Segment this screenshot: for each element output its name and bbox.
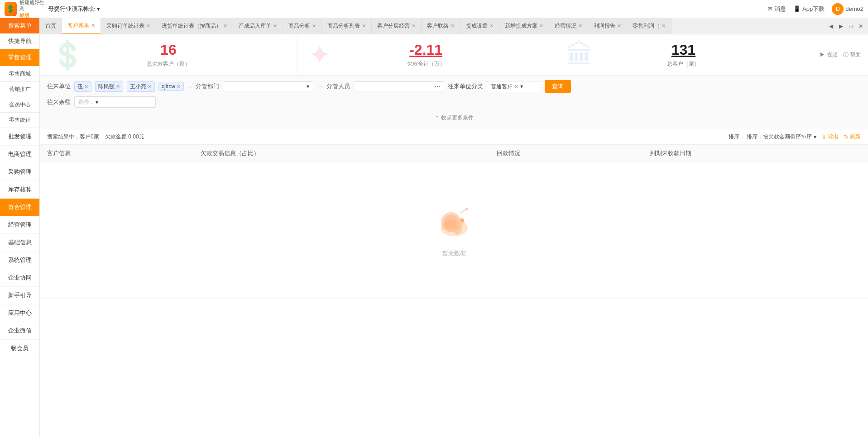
balance-filter-label: 往来余额: [47, 98, 71, 106]
tab-operation-status[interactable]: 经营情况 ✕: [549, 18, 588, 34]
filter-tag-wu[interactable]: 伍 ✕: [74, 81, 91, 92]
sidebar-item-finance[interactable]: 资金管理: [0, 199, 39, 216]
tab-remind-settings[interactable]: 提成设置 ✕: [460, 18, 499, 34]
sidebar-item-retail-shop[interactable]: 零售商城: [0, 66, 39, 82]
tab-close-retail-profit[interactable]: ✕: [662, 23, 666, 29]
tab-close-purchase-order[interactable]: ✕: [146, 23, 150, 29]
filter-tag-wang[interactable]: 王小亮 ✕: [127, 81, 155, 92]
person-select[interactable]: ⋯: [354, 81, 444, 91]
top-bar-left: 💲 畅捷通好生意 标版 母婴行业演示帐套 ▾: [5, 0, 100, 19]
sidebar-item-member[interactable]: 会员中心: [0, 97, 39, 113]
sidebar-item-newuser[interactable]: 新手引导: [0, 287, 39, 304]
stat-label-total: 总客户（家）: [667, 60, 700, 68]
stat-icon-coin: 💲: [51, 39, 85, 71]
tab-inbound-stats[interactable]: 进货单统计表（按商品） ✕: [156, 18, 233, 34]
tab-close-remind-settings[interactable]: ✕: [489, 23, 494, 29]
video-help-link[interactable]: ▶ 视频: [820, 51, 837, 59]
tab-product-inbound[interactable]: 产成品入库单 ✕: [233, 18, 283, 34]
tab-close-goods-analysis-list[interactable]: ✕: [362, 23, 366, 29]
collapse-button[interactable]: ⌃ 收起更多条件: [47, 111, 861, 124]
dept-search-icon[interactable]: ⋯: [317, 83, 323, 90]
tab-goods-analysis-list[interactable]: 商品分析列表 ✕: [322, 18, 372, 34]
tab-close-operation-status[interactable]: ✕: [578, 23, 582, 29]
logo-area: 💲 畅捷通好生意 标版: [5, 0, 44, 19]
tab-close-product-inbound[interactable]: ✕: [273, 23, 277, 29]
message-button[interactable]: ✉ 消息: [767, 5, 786, 13]
tab-close-all-button[interactable]: ✕: [856, 22, 865, 31]
dept-select[interactable]: ▾: [223, 81, 313, 91]
empty-cell: 暂无数据: [40, 162, 868, 299]
results-info: 搜索结果中，客户0家 欠款金额 0.00元 排序： 排序：按欠款金额倒序排序 ▾…: [40, 129, 868, 145]
sidebar-item-basic[interactable]: 基础信息: [0, 234, 39, 252]
tab-customer-seg[interactable]: 客户分层经营 ✕: [372, 18, 422, 34]
refresh-button[interactable]: ↻ 刷新: [844, 133, 861, 141]
tab-close-new-plan[interactable]: ✕: [539, 23, 543, 29]
sidebar-item-ecom[interactable]: 电商管理: [0, 146, 39, 163]
stat-label-customers: 总欠款客户（家）: [147, 60, 190, 68]
sidebar-item-operation[interactable]: 经营管理: [0, 216, 39, 234]
unit-category-select[interactable]: 普通客户 ✕ ▾: [487, 81, 541, 92]
sidebar-item-appstore[interactable]: 应用中心: [0, 304, 39, 322]
sidebar-search[interactable]: 搜索菜单: [0, 18, 39, 33]
sort-select[interactable]: 排序： 排序：按欠款金额倒序排序 ▾: [729, 133, 816, 141]
sidebar-item-wholesale[interactable]: 批发管理: [0, 128, 39, 146]
search-button[interactable]: 查询: [545, 80, 571, 93]
filter-tag-wang-close[interactable]: ✕: [148, 84, 152, 90]
sidebar-item-marketing[interactable]: 营销推广: [0, 82, 39, 97]
empty-text: 暂无数据: [442, 249, 466, 257]
filter-row-1: 往来单位 伍 ✕ 陈民强 ✕ 王小亮 ✕ cjttcw: [47, 80, 861, 93]
stat-value-customers: 16: [160, 42, 177, 58]
tab-profit-report[interactable]: 利润报告 ✕: [588, 18, 627, 34]
tab-next-button[interactable]: ▶: [836, 22, 845, 31]
tab-close-inbound-stats[interactable]: ✕: [223, 23, 227, 29]
stat-value-total: 131: [671, 42, 695, 58]
export-button[interactable]: ⇓ 导出: [822, 133, 839, 141]
tab-purchase-order[interactable]: 采购订单统计表 ✕: [101, 18, 156, 34]
stat-label-debt: 欠款合计（万）: [407, 60, 445, 68]
app-download-button[interactable]: 📱 App下载: [793, 5, 825, 13]
filter-more-button[interactable]: ...: [187, 83, 192, 90]
sidebar-item-inventory[interactable]: 库存核算: [0, 181, 39, 199]
user-menu[interactable]: D demo2: [832, 3, 863, 15]
tab-close-customer-contact[interactable]: ✕: [451, 23, 455, 29]
stat-value-debt: -2.11: [409, 42, 442, 58]
tab-prev-button[interactable]: ◀: [826, 22, 835, 31]
tab-customer-contact[interactable]: 客户联络 ✕: [422, 18, 460, 34]
tab-goods-analysis[interactable]: 商品分析 ✕: [283, 18, 322, 34]
sidebar-quick-nav[interactable]: 快捷导航: [0, 33, 39, 49]
stats-bar: 💲 16 总欠款客户（家） ✦ -2.11 欠款合计（万） 🏛 131 总客户（…: [40, 34, 868, 76]
sidebar-item-retail-stats[interactable]: 零售统计: [0, 113, 39, 128]
tab-new-plan[interactable]: 新增提成方案 ✕: [499, 18, 549, 34]
sidebar-item-vip[interactable]: 畅会员: [0, 340, 39, 357]
sidebar-item-wechat[interactable]: 企业微信: [0, 322, 39, 340]
tab-close-profit-report[interactable]: ✕: [617, 23, 621, 29]
filter-tag-chen[interactable]: 陈民强 ✕: [95, 81, 123, 92]
tab-close-customer-accounts[interactable]: ✕: [91, 23, 95, 28]
tab-customer-accounts[interactable]: 客户账本 ✕: [62, 18, 101, 34]
company-select[interactable]: 母婴行业演示帐套 ▾: [48, 5, 100, 13]
filter-tag-cjttcw[interactable]: cjttcw ✕: [158, 82, 184, 91]
page-help: ▶ 视频 ⓘ 帮助: [812, 51, 868, 59]
sidebar-item-system[interactable]: 系统管理: [0, 252, 39, 269]
empty-state: 暂无数据: [47, 167, 861, 294]
empty-icon: [434, 203, 475, 244]
filter-tag-cjttcw-close[interactable]: ✕: [177, 84, 181, 90]
filter-tag-wu-close[interactable]: ✕: [84, 84, 88, 90]
sidebar-item-purchase[interactable]: 采购管理: [0, 163, 39, 181]
tab-close-goods-analysis[interactable]: ✕: [312, 23, 316, 29]
stat-block-total: 🏛 131 总客户（家）: [555, 34, 813, 75]
sort-chevron-icon: ▾: [814, 134, 816, 140]
play-icon: ▶: [820, 52, 825, 58]
stat-block-customers: 💲 16 总欠款客户（家）: [40, 34, 297, 75]
tab-retail-profit[interactable]: 零售利润（ ✕: [627, 18, 671, 34]
unit-category-clear[interactable]: ✕: [514, 84, 518, 90]
tab-close-customer-seg[interactable]: ✕: [412, 23, 416, 29]
balance-select[interactable]: 选择... ▾: [74, 96, 156, 108]
sidebar-item-retail[interactable]: 零售管理: [0, 49, 39, 66]
help-link[interactable]: ⓘ 帮助: [843, 51, 861, 59]
sidebar-item-enterprise[interactable]: 企业协同: [0, 269, 39, 287]
tab-expand-button[interactable]: □: [846, 22, 855, 31]
tab-home[interactable]: 首页: [40, 18, 62, 34]
col-due-date: 到期未收款日期: [643, 145, 868, 162]
filter-tag-chen-close[interactable]: ✕: [116, 84, 120, 90]
